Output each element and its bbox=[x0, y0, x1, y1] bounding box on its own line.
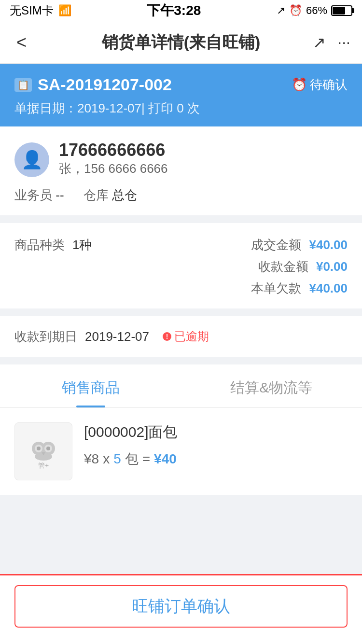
owed-amount-value: ¥40.00 bbox=[309, 281, 348, 296]
collection-amount-row: 收款金额 ¥0.00 bbox=[251, 258, 348, 275]
more-icon[interactable]: ··· bbox=[337, 33, 350, 51]
customer-section: 👤 17666666666 张，156 6666 6666 业务员 -- 仓库 … bbox=[0, 126, 362, 215]
customer-phone: 17666666666 bbox=[59, 140, 168, 160]
product-unit: 包 bbox=[125, 450, 139, 468]
due-date-section: 收款到期日 2019-12-07 ! 已逾期 bbox=[0, 316, 362, 357]
product-name: [0000002]面包 bbox=[84, 422, 348, 442]
product-type-value: 1种 bbox=[72, 237, 92, 253]
avatar-icon: 👤 bbox=[21, 150, 43, 170]
alarm-icon: ⏰ bbox=[289, 4, 302, 17]
customer-meta: 业务员 -- 仓库 总仓 bbox=[14, 187, 348, 204]
status-bar: 无SIM卡 📶 下午3:28 ↗ ⏰ 66% bbox=[0, 0, 362, 21]
product-details: [0000002]面包 ¥8 x 5 包 = ¥40 bbox=[84, 422, 348, 468]
product-price: ¥8 bbox=[84, 451, 99, 467]
confirm-order-button[interactable]: 旺铺订单确认 bbox=[14, 585, 348, 628]
svg-text:管+: 管+ bbox=[38, 462, 49, 469]
page-title: 销货单详情(来自旺铺) bbox=[102, 31, 261, 54]
summary-section: 商品种类 1种 成交金额 ¥40.00 收款金额 ¥0.00 本单欠款 ¥40.… bbox=[0, 223, 362, 308]
status-right: ↗ ⏰ 66% bbox=[277, 4, 352, 17]
product-price-row: ¥8 x 5 包 = ¥40 bbox=[84, 450, 348, 468]
customer-name-phone: 张，156 6666 6666 bbox=[59, 160, 168, 177]
status-left: 无SIM卡 📶 bbox=[10, 3, 71, 18]
warehouse-label: 仓库 bbox=[84, 188, 109, 202]
product-total: ¥40 bbox=[154, 451, 177, 467]
carrier-text: 无SIM卡 bbox=[10, 3, 54, 18]
due-date-value: 2019-12-07 bbox=[85, 329, 149, 344]
transaction-amount-label: 成交金额 bbox=[251, 237, 301, 253]
product-thumbnail: 管+ bbox=[14, 422, 72, 480]
order-id: 📋 SA-20191207-002 bbox=[14, 75, 172, 94]
status-badge: ⏰ 待确认 bbox=[292, 76, 348, 93]
share-icon[interactable]: ↗ bbox=[313, 33, 326, 52]
product-type-field: 商品种类 1种 bbox=[14, 237, 92, 253]
salesperson-field: 业务员 -- bbox=[14, 187, 64, 204]
warehouse-field: 仓库 总仓 bbox=[84, 187, 137, 204]
product-type-label: 商品种类 bbox=[14, 237, 65, 253]
battery-icon bbox=[331, 5, 352, 16]
overdue-text: 已逾期 bbox=[174, 329, 209, 344]
tabs-section: 销售商品 结算&物流等 bbox=[0, 364, 362, 495]
owed-amount-row: 本单欠款 ¥40.00 bbox=[251, 280, 348, 297]
salesperson-label: 业务员 bbox=[14, 188, 52, 202]
overdue-icon: ! bbox=[163, 332, 171, 341]
bottom-bar: 旺铺订单确认 bbox=[0, 574, 362, 644]
order-date: 单据日期：2019-12-07| 打印 0 次 bbox=[14, 100, 348, 117]
product-qty: 5 bbox=[113, 451, 121, 467]
table-row: 管+ [0000002]面包 ¥8 x 5 包 = ¥40 bbox=[0, 408, 362, 495]
nav-bar: < 销货单详情(来自旺铺) ↗ ··· bbox=[0, 21, 362, 64]
collection-amount-value: ¥0.00 bbox=[316, 259, 348, 274]
tab-sales-products[interactable]: 销售商品 bbox=[0, 364, 181, 407]
owed-amount-label: 本单欠款 bbox=[251, 280, 301, 297]
transaction-amount-value: ¥40.00 bbox=[309, 238, 348, 252]
header-card: 📋 SA-20191207-002 ⏰ 待确认 单据日期：2019-12-07|… bbox=[0, 64, 362, 126]
status-time: 下午3:28 bbox=[147, 1, 201, 20]
battery-text: 66% bbox=[306, 4, 327, 17]
back-button[interactable]: < bbox=[12, 28, 31, 57]
order-type-icon: 📋 bbox=[14, 78, 32, 92]
product-logo: 管+ bbox=[24, 430, 63, 473]
overdue-badge: ! 已逾期 bbox=[157, 328, 215, 345]
nav-actions: ↗ ··· bbox=[313, 33, 350, 52]
svg-point-5 bbox=[46, 447, 50, 450]
warehouse-value: 总仓 bbox=[112, 188, 137, 202]
transaction-amount-row: 成交金额 ¥40.00 bbox=[251, 237, 348, 253]
svg-point-4 bbox=[37, 447, 41, 450]
collection-amount-label: 收款金额 bbox=[258, 258, 308, 275]
avatar: 👤 bbox=[14, 142, 49, 177]
tab-settlement[interactable]: 结算&物流等 bbox=[181, 364, 362, 407]
due-date-label: 收款到期日 bbox=[14, 328, 77, 345]
wifi-icon: 📶 bbox=[58, 4, 71, 17]
location-icon: ↗ bbox=[277, 4, 285, 17]
clock-icon: ⏰ bbox=[292, 77, 307, 92]
product-list: 管+ [0000002]面包 ¥8 x 5 包 = ¥40 bbox=[0, 408, 362, 495]
tabs-header: 销售商品 结算&物流等 bbox=[0, 364, 362, 408]
amounts-section: 成交金额 ¥40.00 收款金额 ¥0.00 本单欠款 ¥40.00 bbox=[251, 237, 348, 297]
